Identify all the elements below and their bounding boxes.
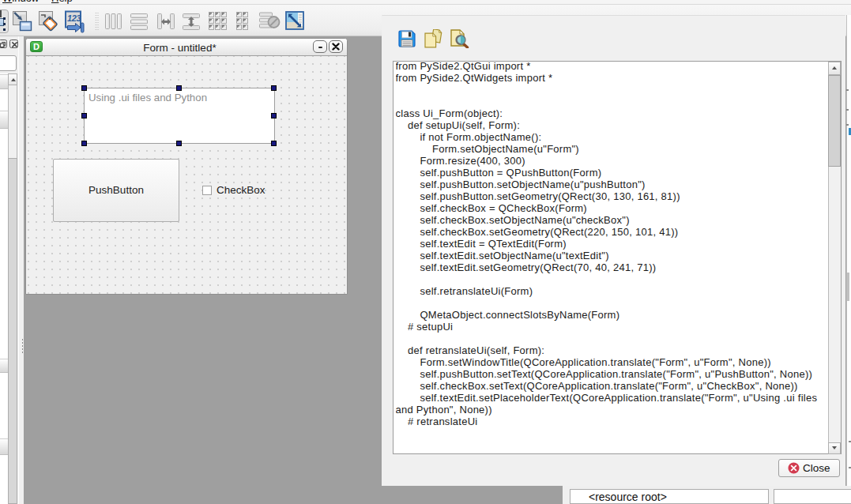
svg-text:123: 123 xyxy=(67,13,81,23)
